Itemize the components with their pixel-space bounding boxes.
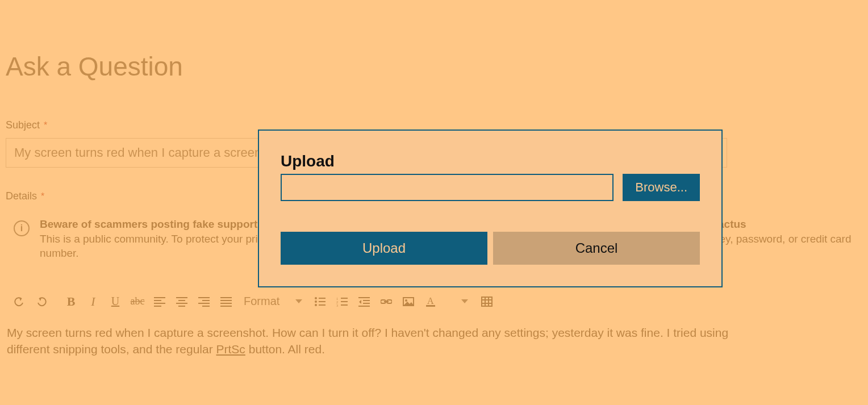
dialog-actions: Upload Cancel xyxy=(281,232,700,265)
file-path-input[interactable] xyxy=(281,174,614,201)
upload-row: Browse... xyxy=(281,174,700,201)
cancel-button[interactable]: Cancel xyxy=(493,232,700,265)
upload-dialog: Upload Browse... Upload Cancel xyxy=(258,130,723,287)
browse-button[interactable]: Browse... xyxy=(623,174,700,201)
dialog-title: Upload xyxy=(281,152,700,170)
upload-button[interactable]: Upload xyxy=(281,232,487,265)
